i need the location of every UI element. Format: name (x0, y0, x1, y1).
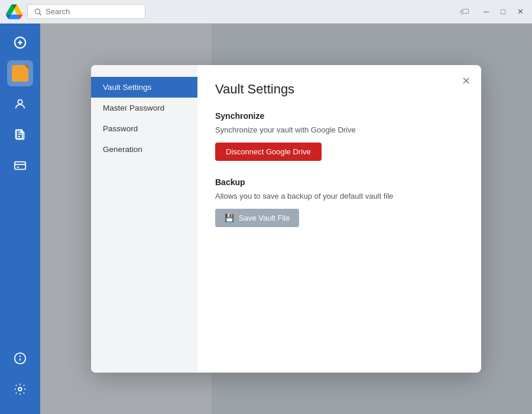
sidebar-item-documents[interactable] (7, 122, 33, 148)
modal-nav: Vault Settings Master Password Password … (91, 65, 197, 373)
backup-description: Allows you to save a backup of your defa… (215, 192, 463, 200)
add-icon (14, 36, 27, 49)
account-icon (14, 98, 27, 111)
svg-point-0 (35, 9, 40, 14)
search-bar[interactable] (27, 4, 145, 19)
modal-overlay: Vault Settings Master Password Password … (40, 24, 532, 414)
svg-point-13 (18, 387, 22, 391)
sidebar (0, 24, 40, 414)
svg-line-1 (40, 13, 41, 15)
modal-nav-item-generation[interactable]: Generation (91, 139, 197, 160)
save-icon: 💾 (225, 214, 234, 222)
titlebar: 🏷 ─ □ ✕ (0, 0, 532, 24)
sidebar-item-add[interactable] (7, 30, 33, 56)
sidebar-item-account[interactable] (7, 91, 33, 117)
search-input[interactable] (46, 7, 128, 16)
documents-icon (14, 128, 27, 141)
sticky-note-icon (12, 65, 28, 82)
gear-icon (14, 383, 27, 396)
modal-nav-item-vault-settings[interactable]: Vault Settings (91, 77, 197, 98)
sidebar-bottom (7, 345, 33, 408)
titlebar-controls: ─ □ ✕ (481, 7, 526, 17)
svg-point-12 (20, 356, 21, 357)
vault-settings-modal: Vault Settings Master Password Password … (91, 65, 481, 373)
modal-nav-item-password[interactable]: Password (91, 118, 197, 139)
modal-nav-item-master-password[interactable]: Master Password (91, 98, 197, 118)
info-icon (14, 352, 27, 365)
synchronize-description: Synchronize your vault with Google Drive (215, 125, 463, 134)
close-window-button[interactable]: ✕ (515, 7, 526, 17)
svg-rect-7 (15, 162, 25, 170)
google-drive-logo (6, 4, 22, 20)
svg-point-5 (18, 100, 22, 104)
backup-section: Backup Allows you to save a backup of yo… (215, 177, 463, 227)
sidebar-item-settings[interactable] (7, 376, 33, 402)
disconnect-google-drive-button[interactable]: Disconnect Google Drive (215, 143, 322, 161)
save-vault-file-label: Save Vault File (239, 214, 290, 222)
synchronize-section: Synchronize Synchronize your vault with … (215, 111, 463, 161)
modal-content: ✕ Vault Settings Synchronize Synchronize… (197, 65, 481, 373)
modal-close-button[interactable]: ✕ (459, 73, 473, 89)
cards-icon (14, 159, 27, 172)
tag-icon: 🏷 (460, 7, 469, 17)
main-area: Vault Settings Master Password Password … (0, 24, 532, 414)
search-icon (34, 8, 42, 16)
sidebar-item-info[interactable] (7, 345, 33, 371)
minimize-button[interactable]: ─ (481, 7, 491, 17)
backup-title: Backup (215, 177, 463, 187)
content-area: Vault Settings Master Password Password … (40, 24, 532, 414)
save-vault-file-button[interactable]: 💾 Save Vault File (215, 209, 299, 227)
titlebar-left: 🏷 (6, 4, 469, 20)
modal-title: Vault Settings (215, 82, 463, 97)
sidebar-item-notes[interactable] (7, 60, 33, 86)
synchronize-title: Synchronize (215, 111, 463, 121)
sidebar-item-cards[interactable] (7, 153, 33, 179)
maximize-button[interactable]: □ (498, 7, 508, 17)
